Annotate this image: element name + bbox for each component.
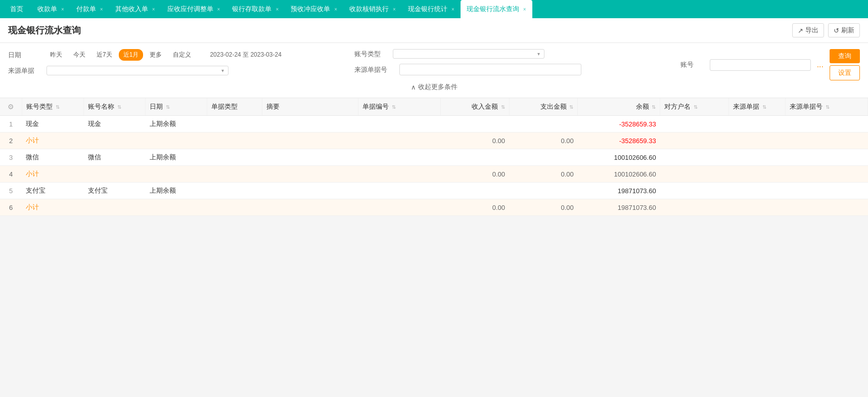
th-gear: ⚙ xyxy=(0,98,22,116)
account-dots-button[interactable]: ... xyxy=(815,60,826,69)
source-doc-no-label: 来源单据号 xyxy=(354,65,387,74)
collapse-bar[interactable]: ∧ 收起更多条件 xyxy=(8,80,860,94)
close-icon[interactable]: × xyxy=(334,7,337,12)
close-icon[interactable]: × xyxy=(393,7,396,12)
nav-tab-0[interactable]: 收款单 × xyxy=(31,0,70,18)
row-source-doc xyxy=(728,199,785,216)
th-date[interactable]: 日期 ⇅ xyxy=(146,98,207,116)
sort-icon: ⇅ xyxy=(166,104,170,110)
th-counter-party[interactable]: 对方户名 ⇅ xyxy=(660,98,729,116)
row-account-name: 微信 xyxy=(84,149,146,166)
row-counter-party xyxy=(660,133,729,149)
row-source-doc xyxy=(728,183,785,199)
row-source-doc-no xyxy=(786,116,868,133)
header-actions: ↗ 导出 ↺ 刷新 xyxy=(792,23,860,37)
data-table: ⚙ 账号类型 ⇅ 账号名称 ⇅ 日期 ⇅ 单据类型 摘要 单据编号 xyxy=(0,98,868,216)
date-btn-today[interactable]: 今天 xyxy=(69,49,90,61)
row-counter-party xyxy=(660,199,729,216)
date-btn-more[interactable]: 更多 xyxy=(145,49,166,61)
close-icon[interactable]: × xyxy=(61,7,64,12)
refresh-button[interactable]: ↺ 刷新 xyxy=(828,23,860,37)
filter-area: 日期 昨天 今天 近7天 近1月 更多 自定义 2023-02-24 至 202… xyxy=(0,43,868,98)
account-input[interactable] xyxy=(710,59,811,71)
row-date xyxy=(146,199,207,216)
table-row: 6 小计 0.00 0.00 19871073.60 xyxy=(0,199,868,216)
row-summary xyxy=(262,199,358,216)
th-expense[interactable]: 支出金额 ⇅ xyxy=(509,98,578,116)
date-btn-yesterday[interactable]: 昨天 xyxy=(45,49,67,61)
table-row: 1 现金 现金 上期余额 -3528659.33 xyxy=(0,116,868,133)
table-header-row: ⚙ 账号类型 ⇅ 账号名称 ⇅ 日期 ⇅ 单据类型 摘要 单据编号 xyxy=(0,98,868,116)
row-balance: -3528659.33 xyxy=(578,133,660,149)
row-doc-type xyxy=(207,199,262,216)
account-type-label: 账号类型 xyxy=(354,50,381,59)
row-source-doc-no xyxy=(786,133,868,149)
refresh-icon: ↺ xyxy=(834,27,839,34)
nav-tab-7[interactable]: 现金银行统计 × xyxy=(402,0,461,18)
th-source-doc[interactable]: 来源单据 ⇅ xyxy=(728,98,785,116)
nav-tab-6[interactable]: 收款核销执行 × xyxy=(343,0,402,18)
row-date: 上期余额 xyxy=(146,183,207,199)
sort-icon: ⇅ xyxy=(501,104,505,110)
row-account-type: 微信 xyxy=(22,149,83,166)
sort-icon: ⇅ xyxy=(652,104,656,110)
date-btn-1month[interactable]: 近1月 xyxy=(119,49,144,61)
row-doc-type xyxy=(207,183,262,199)
date-btn-custom[interactable]: 自定义 xyxy=(168,49,196,61)
row-account-type: 现金 xyxy=(22,116,83,133)
row-source-doc-no xyxy=(786,149,868,166)
row-doc-type xyxy=(207,116,262,133)
nav-tab-2[interactable]: 其他收入单 × xyxy=(109,0,161,18)
table-row: 4 小计 0.00 0.00 100102606.60 xyxy=(0,166,868,183)
close-icon[interactable]: × xyxy=(276,7,279,12)
close-icon[interactable]: × xyxy=(152,7,155,12)
nav-tab-8[interactable]: 现金银行流水查询 × xyxy=(461,0,532,18)
th-account-type[interactable]: 账号类型 ⇅ xyxy=(22,98,83,116)
top-nav: 首页 收款单 × 付款单 × 其他收入单 × 应收应付调整单 × 银行存取款单 … xyxy=(0,0,868,18)
query-button[interactable]: 查询 xyxy=(830,49,860,63)
row-idx: 5 xyxy=(0,183,22,199)
row-doc-no xyxy=(358,183,440,199)
th-balance[interactable]: 余额 ⇅ xyxy=(578,98,660,116)
date-btn-7days[interactable]: 近7天 xyxy=(92,49,117,61)
account-type-select[interactable]: ▾ xyxy=(393,49,544,59)
row-date xyxy=(146,166,207,183)
row-doc-type xyxy=(207,166,262,183)
row-doc-no xyxy=(358,116,440,133)
nav-home[interactable]: 首页 xyxy=(2,5,31,14)
collapse-up-icon: ∧ xyxy=(411,83,416,91)
row-balance: 19871073.60 xyxy=(578,183,660,199)
nav-tab-1[interactable]: 付款单 × xyxy=(70,0,109,18)
close-icon[interactable]: × xyxy=(523,7,526,12)
row-account-name: 支付宝 xyxy=(84,183,146,199)
nav-tab-3[interactable]: 应收应付调整单 × xyxy=(161,0,226,18)
settings-button[interactable]: 设置 xyxy=(830,65,860,80)
th-income[interactable]: 收入金额 ⇅ xyxy=(440,98,509,116)
export-icon: ↗ xyxy=(798,27,803,34)
source-doc-no-input[interactable] xyxy=(399,64,581,75)
th-account-name[interactable]: 账号名称 ⇅ xyxy=(84,98,146,116)
export-button[interactable]: ↗ 导出 xyxy=(792,23,824,37)
close-icon[interactable]: × xyxy=(100,7,103,12)
date-filter-buttons: 昨天 今天 近7天 近1月 更多 自定义 xyxy=(45,49,196,61)
th-summary: 摘要 xyxy=(262,98,358,116)
close-icon[interactable]: × xyxy=(451,7,454,12)
date-range-display: 2023-02-24 至 2023-03-24 xyxy=(210,51,281,59)
th-source-doc-no[interactable]: 来源单据号 ⇅ xyxy=(786,98,868,116)
gear-icon[interactable]: ⚙ xyxy=(8,103,14,111)
row-balance: -3528659.33 xyxy=(578,116,660,133)
nav-tab-5[interactable]: 预收冲应收单 × xyxy=(285,0,343,18)
close-icon[interactable]: × xyxy=(217,7,220,12)
row-account-type: 小计 xyxy=(22,133,83,149)
row-account-name xyxy=(84,166,146,183)
row-expense: 0.00 xyxy=(509,166,578,183)
row-idx: 1 xyxy=(0,116,22,133)
page-header: 现金银行流水查询 ↗ 导出 ↺ 刷新 xyxy=(0,18,868,43)
source-doc-select[interactable]: ▾ xyxy=(47,66,229,75)
nav-tab-4[interactable]: 银行存取款单 × xyxy=(226,0,285,18)
row-summary xyxy=(262,116,358,133)
th-doc-no[interactable]: 单据编号 ⇅ xyxy=(358,98,440,116)
row-account-type: 小计 xyxy=(22,166,83,183)
table-wrapper: ⚙ 账号类型 ⇅ 账号名称 ⇅ 日期 ⇅ 单据类型 摘要 单据编号 xyxy=(0,98,868,216)
row-account-name xyxy=(84,199,146,216)
